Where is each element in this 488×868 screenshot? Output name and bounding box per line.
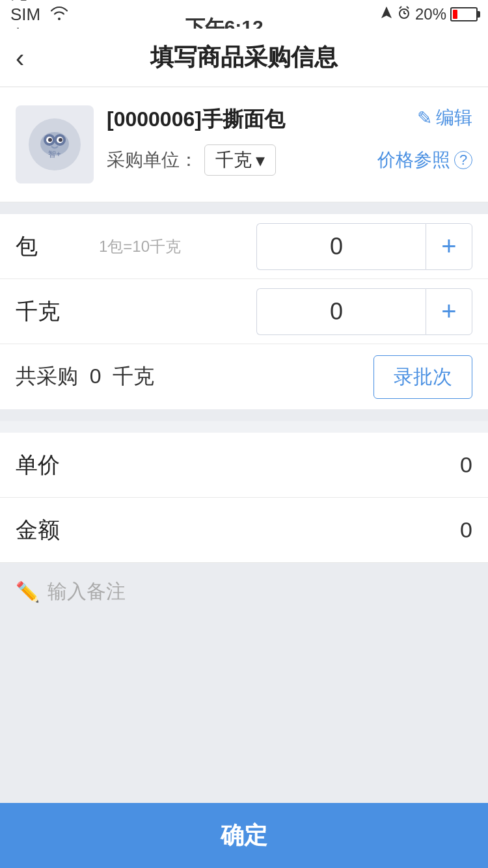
- amount-label: 金额: [16, 515, 60, 545]
- remarks-placeholder: 输入备注: [47, 578, 126, 605]
- status-bar: 无SIM卡 下午6:12: [0, 0, 488, 29]
- remarks-section[interactable]: ✏️ 输入备注: [0, 563, 488, 621]
- batch-button[interactable]: 录批次: [373, 355, 472, 399]
- section-divider-1: [0, 202, 488, 214]
- amount-value: 0: [460, 517, 472, 543]
- bao-sublabel: 1包=10千克: [99, 236, 181, 257]
- back-button[interactable]: ‹: [16, 45, 24, 71]
- unit-price-label: 单价: [16, 450, 60, 480]
- svg-point-12: [59, 138, 62, 142]
- product-meta: 采购单位： 千克 ▾ 价格参照 ?: [107, 144, 472, 176]
- kg-input-right: +: [94, 288, 472, 335]
- dropdown-icon: ▾: [256, 150, 265, 171]
- product-card: 智+ [0000006]手撕面包 采购单位： 千克 ▾ 价格参照 ?: [0, 87, 488, 202]
- battery-percent: 20%: [415, 5, 446, 23]
- kg-label: 千克: [16, 297, 94, 327]
- kg-plus-button[interactable]: +: [426, 288, 472, 335]
- pencil-icon: ✏️: [16, 580, 40, 603]
- product-logo-icon: 智+: [35, 126, 74, 164]
- price-ref-button[interactable]: 价格参照 ?: [377, 148, 472, 172]
- battery-icon: [450, 7, 478, 21]
- unit-select[interactable]: 千克 ▾: [204, 144, 276, 176]
- page-title: 填写商品采购信息: [150, 42, 338, 74]
- bao-plus-button[interactable]: +: [426, 223, 472, 270]
- info-section: 单价 0 金额 0: [0, 433, 488, 563]
- empty-space: [0, 621, 488, 803]
- input-section: 包 1包=10千克 + 千克 +: [0, 214, 488, 344]
- alarm-icon: [397, 5, 411, 23]
- svg-line-5: [407, 7, 409, 8]
- section-divider-2: [0, 409, 488, 421]
- summary-row: 共采购 0 千克 录批次: [0, 344, 488, 409]
- product-thumbnail: 智+: [16, 105, 94, 183]
- bao-label: 包: [16, 232, 94, 262]
- svg-text:智+: 智+: [48, 150, 61, 158]
- wifi-icon: [50, 5, 68, 25]
- edit-button[interactable]: ✎ 编辑: [417, 105, 472, 130]
- bao-quantity-input[interactable]: [256, 223, 426, 270]
- unit-price-value: 0: [460, 452, 472, 478]
- summary-text: 共采购 0 千克: [16, 362, 154, 391]
- edit-icon: ✎: [417, 107, 432, 129]
- bao-input-right: +: [181, 223, 472, 270]
- status-right: 20%: [380, 5, 478, 23]
- amount-row: 金额 0: [0, 498, 488, 563]
- bao-input-row: 包 1包=10千克 +: [0, 214, 488, 279]
- svg-point-11: [48, 138, 52, 142]
- help-icon: ?: [454, 151, 472, 169]
- svg-marker-0: [381, 7, 392, 18]
- kg-input-row: 千克 +: [0, 279, 488, 344]
- nav-bar: ‹ 填写商品采购信息: [0, 29, 488, 87]
- unit-label: 采购单位： 千克 ▾: [107, 144, 276, 176]
- location-icon: [380, 5, 393, 23]
- svg-line-4: [400, 7, 401, 8]
- unit-price-row: 单价 0: [0, 433, 488, 498]
- kg-quantity-input[interactable]: [256, 288, 426, 335]
- page-wrapper: 无SIM卡 下午6:12: [0, 0, 488, 868]
- confirm-button[interactable]: 确定: [0, 803, 488, 868]
